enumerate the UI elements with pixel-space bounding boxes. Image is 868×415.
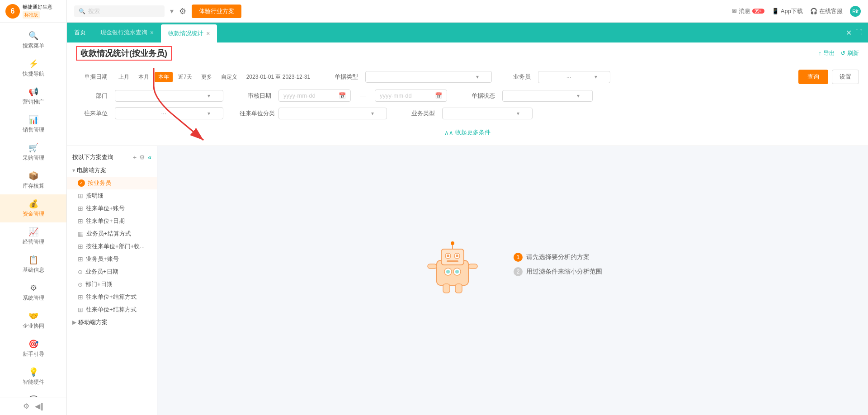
date-separator: — bbox=[358, 92, 368, 99]
tree-item-salesman[interactable]: ✓ 按业务员 bbox=[67, 177, 157, 189]
sidebar-item-purchase[interactable]: 🛒 采购管理 bbox=[0, 138, 66, 166]
sidebar-item-hardware[interactable]: 💡 智能硬件 bbox=[0, 363, 66, 391]
svg-rect-10 bbox=[468, 264, 477, 269]
date-tab-this-year[interactable]: 本年 bbox=[155, 72, 173, 82]
header-search-area: 🔍 搜索 bbox=[74, 5, 165, 17]
sidebar-item-inventory[interactable]: 📦 库存核算 bbox=[0, 166, 66, 194]
collapse-panel-btn[interactable]: « bbox=[148, 154, 151, 161]
date-tab-this-month[interactable]: 本月 bbox=[135, 72, 153, 82]
sidebar-item-operations[interactable]: 📈 经营管理 bbox=[0, 222, 66, 250]
biz-type-select[interactable]: ▾ bbox=[442, 108, 533, 119]
tree-item-dept-date[interactable]: ⊙ 部门+日期 bbox=[67, 278, 157, 291]
doctype-select[interactable]: ▾ bbox=[365, 71, 492, 83]
tree-section-mobile-title[interactable]: ▶ 移动端方案 bbox=[67, 316, 157, 329]
collab-icon: 🤝 bbox=[28, 311, 38, 321]
grid-icon2: ⊞ bbox=[78, 205, 83, 212]
settings-bottom-icon[interactable]: ⚙ bbox=[23, 402, 29, 410]
date-tab-more[interactable]: 更多 bbox=[198, 72, 216, 82]
avatar: Rit bbox=[850, 6, 861, 17]
tree-item-partner-account[interactable]: ⊞ 往来单位+账号 bbox=[67, 202, 157, 215]
more-dots-icon[interactable]: ··· bbox=[566, 74, 571, 80]
sidebar-item-system[interactable]: ⚙ 系统管理 bbox=[0, 278, 66, 307]
tree-item-partner-settle2[interactable]: ⊞ 往来单位+结算方式 bbox=[67, 303, 157, 316]
salesman-select[interactable]: ··· ▾ bbox=[538, 71, 610, 83]
sidebar-item-sales[interactable]: 📊 销售管理 bbox=[0, 110, 66, 138]
svg-point-7 bbox=[456, 255, 458, 257]
sidebar-item-marketing[interactable]: 📢 营销推广 bbox=[0, 82, 66, 110]
tree-item-partner-date[interactable]: ⊞ 往来单位+日期 bbox=[67, 215, 157, 227]
sidebar-item-collab[interactable]: 🤝 企业协同 bbox=[0, 307, 66, 335]
calendar-icon[interactable]: 📅 bbox=[339, 92, 346, 99]
dropdown-icon[interactable]: ▾ bbox=[170, 7, 174, 15]
sidebar-item-label: 快捷导航 bbox=[23, 70, 44, 78]
date-tab-7days[interactable]: 近7天 bbox=[175, 72, 196, 82]
doc-status-select[interactable]: ▾ bbox=[502, 90, 593, 102]
tree-section-pc-title[interactable]: ▾ 电脑端方案 bbox=[67, 164, 157, 177]
tab-close-receipt[interactable]: × bbox=[206, 30, 210, 37]
sidebar-item-search[interactable]: 🔍 搜索菜单 bbox=[0, 26, 66, 54]
sidebar-item-label: 系统管理 bbox=[23, 294, 44, 302]
sidebar-item-label: 采购管理 bbox=[23, 154, 44, 162]
refresh-btn[interactable]: ↺ 刷新 bbox=[840, 49, 859, 57]
collapse-bar[interactable]: ∧∧ 收起更多条件 bbox=[76, 125, 859, 140]
tab-close-bank[interactable]: × bbox=[150, 29, 154, 36]
calendar-icon2[interactable]: 📅 bbox=[435, 92, 442, 99]
tab-bank-flow[interactable]: 现金银行流水查询 × bbox=[93, 23, 161, 42]
search-icon: 🔍 bbox=[79, 8, 85, 14]
sidebar-item-label: 经营管理 bbox=[23, 238, 44, 246]
clock-icon: ⊙ bbox=[78, 269, 83, 275]
app-download-btn[interactable]: 📱 App下载 bbox=[772, 7, 803, 15]
tip-num-1: 1 bbox=[514, 253, 523, 262]
sidebar-item-guide[interactable]: 🎯 新手引导 bbox=[0, 335, 66, 363]
review-date-end[interactable]: yyyy-mm-dd 📅 bbox=[375, 90, 447, 102]
finance-icon: 💰 bbox=[28, 199, 38, 209]
operations-icon: 📈 bbox=[28, 227, 38, 237]
trial-btn[interactable]: 体验行业方案 bbox=[192, 5, 241, 18]
tree-item-detail[interactable]: ⊞ 按明细 bbox=[67, 189, 157, 202]
grid-icon4: ⊞ bbox=[78, 243, 83, 250]
online-service-btn[interactable]: 🎧 在线客服 bbox=[810, 7, 843, 15]
review-date-label: 审核日期 bbox=[240, 92, 271, 100]
hardware-icon: 💡 bbox=[28, 367, 38, 377]
dept-select[interactable]: ▾ bbox=[115, 90, 223, 102]
filter-row-1: 单据日期 上月 本月 本年 近7天 更多 自定义 2023-01-01 至 20… bbox=[76, 70, 859, 84]
sidebar-item-quicknav[interactable]: ⚡ 快捷导航 bbox=[0, 54, 66, 82]
sidebar-item-label: 营销推广 bbox=[23, 98, 44, 106]
partner-select[interactable]: ··· ▾ bbox=[115, 107, 223, 119]
window-close-icon[interactable]: ✕ bbox=[846, 28, 852, 37]
tree-item-salesman-settle[interactable]: ▦ 业务员+结算方式 bbox=[67, 227, 157, 240]
query-btn[interactable]: 查询 bbox=[798, 70, 828, 84]
tree-item-salesman-account[interactable]: ⊞ 业务员+账号 bbox=[67, 253, 157, 265]
export-btn[interactable]: ↑ 导出 bbox=[819, 49, 835, 57]
top-header: 🔍 搜索 ▾ ⚙ 体验行业方案 ✉ 消息 99+ 📱 App下载 🎧 在线客服 … bbox=[67, 0, 868, 23]
date-tab-last-month[interactable]: 上月 bbox=[115, 72, 133, 82]
gear-scheme-btn[interactable]: ⚙ bbox=[139, 154, 145, 161]
add-scheme-btn[interactable]: + bbox=[133, 154, 137, 161]
sidebar-item-label: 销售管理 bbox=[23, 126, 44, 134]
tree-item-partner-dept[interactable]: ⊞ 按往来单位+部门+收... bbox=[67, 240, 157, 253]
tree-expand-icon: ▾ bbox=[72, 167, 75, 174]
sidebar-item-label: 企业协同 bbox=[23, 322, 44, 330]
sidebar-item-basic-info[interactable]: 📋 基础信息 bbox=[0, 250, 66, 278]
collapse-sidebar-icon[interactable]: ◀‖ bbox=[35, 402, 44, 410]
gear-settings-icon[interactable]: ⚙ bbox=[179, 6, 186, 16]
tree-item-salesman-date[interactable]: ⊙ 业务员+日期 bbox=[67, 265, 157, 278]
tree-item-partner-settle1[interactable]: ⊞ 往来单位+结算方式 bbox=[67, 291, 157, 303]
tab-home[interactable]: 首页 bbox=[67, 23, 93, 42]
svg-point-3 bbox=[451, 241, 454, 245]
sidebar-item-wechat[interactable]: 💬 企业微信 bbox=[0, 391, 66, 397]
review-date-start[interactable]: yyyy-mm-dd 📅 bbox=[278, 90, 351, 102]
partner-cat-select[interactable]: ▾ bbox=[278, 108, 387, 119]
user-avatar[interactable]: Rit bbox=[850, 6, 861, 17]
set-btn[interactable]: 设置 bbox=[832, 70, 859, 84]
dept-label: 部门 bbox=[76, 92, 108, 100]
collapse-icon: ∧∧ bbox=[444, 129, 453, 136]
date-tab-custom[interactable]: 自定义 bbox=[217, 72, 241, 82]
message-btn[interactable]: ✉ 消息 99+ bbox=[732, 7, 764, 15]
sidebar-item-finance[interactable]: 💰 资金管理 bbox=[0, 194, 66, 222]
window-maximize-icon[interactable]: ⛶ bbox=[855, 28, 863, 37]
tab-receipt-stats[interactable]: 收款情况统计 × bbox=[161, 24, 217, 42]
more-dots-icon2[interactable]: ··· bbox=[161, 110, 166, 117]
svg-rect-8 bbox=[447, 260, 458, 262]
date-tabs: 上月 本月 本年 近7天 更多 自定义 2023-01-01 至 2023-12… bbox=[115, 72, 310, 82]
